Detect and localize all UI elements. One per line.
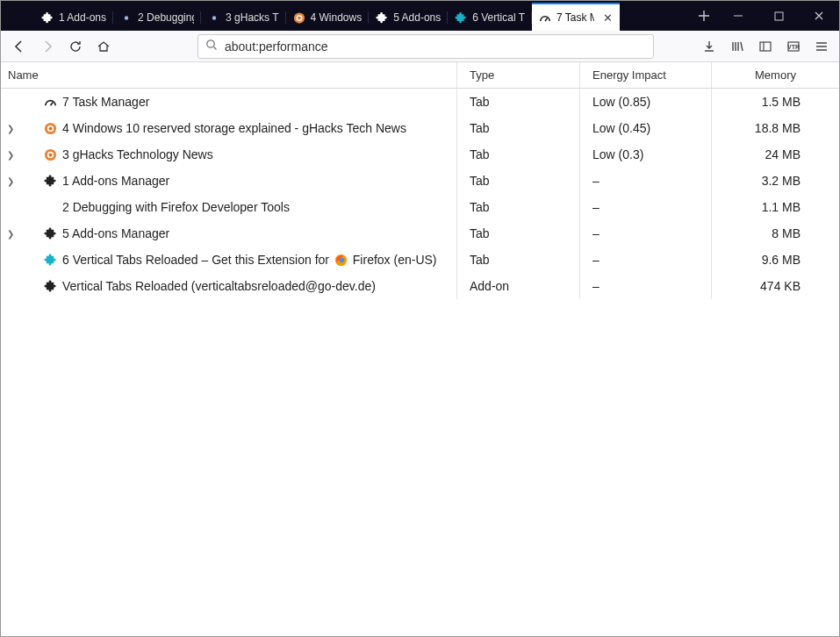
expand-twisty-icon[interactable]: ❯	[4, 227, 17, 240]
reload-button[interactable]	[62, 33, 89, 60]
column-memory[interactable]: Memory	[712, 62, 839, 88]
forward-button[interactable]	[34, 33, 61, 60]
row-energy: –	[580, 220, 712, 247]
expand-twisty-icon	[4, 254, 17, 266]
table-row[interactable]: 2 Debugging with Firefox Developer Tools…	[1, 194, 839, 220]
row-name: Vertical Tabs Reloaded (verticaltabsrelo…	[62, 279, 376, 293]
none-icon	[43, 200, 57, 214]
row-type: Tab	[457, 247, 580, 273]
table-row[interactable]: 7 Task Manager Tab Low (0.85) 1.5 MB	[1, 89, 839, 115]
tab[interactable]: 7 Task M ✕	[532, 3, 620, 31]
puzzle-icon	[43, 279, 57, 293]
expand-twisty-icon[interactable]: ❯	[4, 122, 17, 134]
svg-rect-2	[760, 42, 771, 51]
ghacks-icon	[293, 11, 305, 24]
sidebar-icon[interactable]	[753, 34, 778, 59]
new-tab-button[interactable]	[690, 1, 718, 31]
expand-twisty-icon[interactable]: ❯	[4, 148, 17, 161]
row-name: 2 Debugging with Firefox Developer Tools	[62, 200, 290, 214]
row-name: 4 Windows 10 reserved storage explained …	[62, 121, 406, 135]
search-icon	[205, 39, 218, 54]
tab[interactable]: 6 Vertical T	[448, 3, 532, 31]
row-name: 7 Task Manager	[62, 95, 149, 109]
expand-twisty-icon	[4, 96, 17, 108]
tab-label: 2 Debugging w	[138, 11, 194, 24]
dot-icon	[120, 11, 133, 24]
row-energy: –	[580, 273, 712, 299]
titlebar: 1 Add-ons 2 Debugging w 3 gHacks T 4 Win…	[1, 1, 839, 31]
table-row[interactable]: 6 Vertical Tabs Reloaded – Get this Exte…	[1, 247, 839, 273]
tab-label: 7 Task M	[556, 11, 594, 24]
tab-label: 5 Add-ons	[393, 11, 441, 24]
row-memory: 474 KB	[712, 273, 839, 299]
firefox-icon	[334, 254, 348, 267]
row-type: Add-on	[457, 273, 580, 299]
gauge-dark-icon	[43, 95, 57, 109]
table-row[interactable]: ❯ 3 gHacks Technology News Tab Low (0.3)…	[1, 141, 839, 168]
puzzle-white-icon	[41, 11, 54, 24]
table-header: Name Type Energy Impact Memory	[1, 62, 839, 89]
svg-rect-0	[775, 12, 783, 20]
extension-icon[interactable]: VTR	[781, 34, 806, 59]
table-row[interactable]: ❯ 4 Windows 10 reserved storage explaine…	[1, 115, 839, 141]
row-memory: 9.6 MB	[712, 247, 839, 273]
row-memory: 1.1 MB	[712, 194, 839, 220]
expand-twisty-icon	[4, 201, 17, 213]
library-icon[interactable]	[725, 34, 750, 59]
table-row[interactable]: Vertical Tabs Reloaded (verticaltabsrelo…	[1, 273, 839, 299]
row-energy: Low (0.3)	[580, 141, 712, 168]
tab-label: 1 Add-ons	[59, 11, 106, 24]
url-bar[interactable]	[197, 34, 654, 59]
maximize-button[interactable]	[758, 1, 799, 31]
row-energy: Low (0.85)	[580, 89, 712, 115]
row-name: 5 Add-ons Manager	[62, 226, 169, 240]
row-memory: 3.2 MB	[712, 168, 839, 194]
row-energy: –	[580, 168, 712, 194]
row-memory: 8 MB	[712, 220, 839, 247]
puzzle-teal-icon	[455, 11, 467, 24]
ghacks-icon	[43, 147, 57, 161]
url-input[interactable]	[225, 39, 646, 54]
tab[interactable]: 1 Add-ons	[34, 3, 113, 31]
column-name[interactable]: Name	[1, 62, 457, 88]
task-table-body: 7 Task Manager Tab Low (0.85) 1.5 MB ❯ 4…	[1, 89, 839, 636]
row-energy: –	[580, 194, 712, 220]
row-type: Tab	[457, 220, 580, 247]
puzzle-teal-icon	[43, 253, 57, 267]
table-row[interactable]: ❯ 1 Add-ons Manager Tab – 3.2 MB	[1, 168, 839, 194]
close-tab-icon[interactable]: ✕	[599, 11, 613, 25]
puzzle-white-icon	[376, 11, 388, 24]
home-button[interactable]	[90, 33, 117, 60]
tab[interactable]: 4 Windows	[286, 3, 370, 31]
tab[interactable]: 3 gHacks T	[201, 3, 285, 31]
close-window-button[interactable]	[799, 1, 839, 31]
table-row[interactable]: ❯ 5 Add-ons Manager Tab – 8 MB	[1, 220, 839, 247]
row-name: 6 Vertical Tabs Reloaded – Get this Exte…	[62, 253, 437, 268]
downloads-icon[interactable]	[697, 34, 722, 59]
row-type: Tab	[457, 89, 580, 115]
tab[interactable]: 5 Add-ons	[369, 3, 448, 31]
row-memory: 18.8 MB	[712, 115, 839, 141]
dot-icon	[208, 11, 220, 24]
gauge-icon	[539, 11, 551, 24]
back-button[interactable]	[6, 33, 32, 60]
expand-twisty-icon[interactable]: ❯	[4, 175, 17, 187]
row-memory: 24 MB	[712, 141, 839, 168]
row-name: 3 gHacks Technology News	[62, 147, 213, 161]
tab[interactable]: 2 Debugging w	[113, 3, 201, 31]
svg-text:VTR: VTR	[787, 44, 800, 50]
row-energy: –	[580, 247, 712, 273]
minimize-button[interactable]	[718, 1, 758, 31]
row-type: Tab	[457, 141, 580, 168]
expand-twisty-icon	[4, 280, 17, 292]
nav-toolbar: VTR	[1, 31, 839, 62]
row-name: 1 Add-ons Manager	[62, 174, 169, 188]
tab-label: 6 Vertical T	[472, 11, 525, 24]
column-type[interactable]: Type	[457, 62, 580, 88]
menu-icon[interactable]	[809, 34, 834, 59]
column-energy[interactable]: Energy Impact	[580, 62, 712, 88]
puzzle-icon	[43, 226, 57, 240]
puzzle-icon	[43, 174, 57, 188]
row-energy: Low (0.45)	[580, 115, 712, 141]
row-type: Tab	[457, 168, 580, 194]
